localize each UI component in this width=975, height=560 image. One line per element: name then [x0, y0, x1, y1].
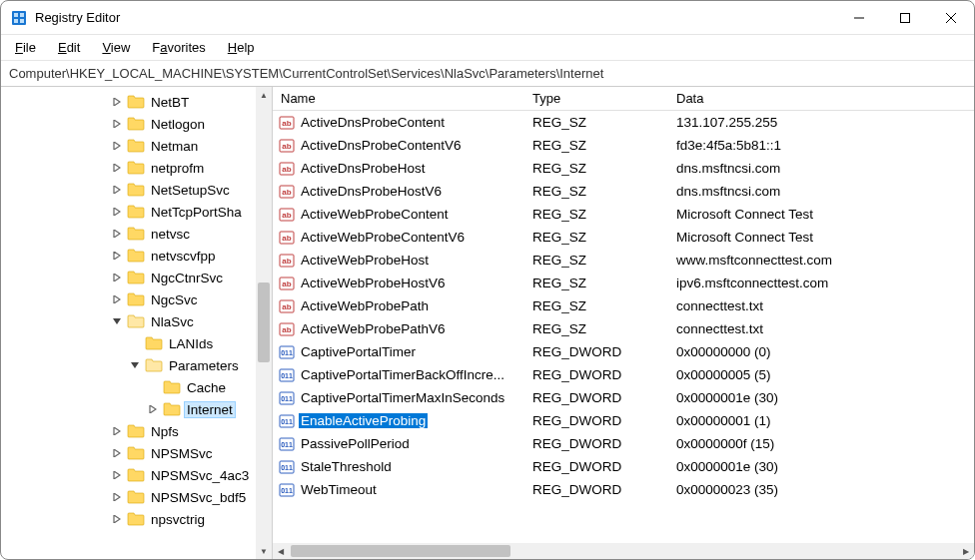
horizontal-scrollbar[interactable]: ◀ ▶	[273, 543, 974, 559]
value-row[interactable]: abActiveWebProbeContentV6REG_SZMicrosoft…	[273, 226, 974, 249]
expander-icon[interactable]	[113, 252, 127, 260]
expander-icon[interactable]	[113, 295, 127, 303]
menu-help[interactable]: Help	[218, 36, 265, 59]
expander-icon[interactable]	[113, 515, 127, 523]
col-header-data[interactable]: Data	[668, 91, 974, 106]
tree-item[interactable]: NgcCtnrSvc	[1, 267, 272, 288]
folder-icon	[145, 336, 163, 350]
expander-icon[interactable]	[131, 361, 145, 369]
value-row[interactable]: 011CaptivePortalTimerREG_DWORD0x00000000…	[273, 340, 974, 363]
menu-favorites[interactable]: Favorites	[142, 36, 215, 59]
tree-item[interactable]: Netlogon	[1, 113, 272, 135]
folder-icon	[127, 227, 145, 241]
tree-item[interactable]: NetSetupSvc	[1, 179, 272, 201]
tree-item[interactable]: Npfs	[1, 420, 272, 442]
value-row[interactable]: abActiveDnsProbeContentREG_SZ131.107.255…	[273, 111, 974, 134]
scroll-down-icon[interactable]: ▼	[256, 543, 272, 559]
value-name: ActiveDnsProbeContentV6	[299, 138, 464, 153]
expander-icon[interactable]	[113, 142, 127, 150]
value-row[interactable]: 011EnableActiveProbingREG_DWORD0x0000000…	[273, 409, 974, 432]
scroll-left-icon[interactable]: ◀	[273, 547, 289, 556]
col-header-type[interactable]: Type	[524, 91, 668, 106]
tree-item[interactable]: Netman	[1, 135, 272, 157]
folder-icon	[127, 271, 145, 284]
scroll-up-icon[interactable]: ▲	[256, 87, 272, 103]
tree-item[interactable]: netprofm	[1, 157, 272, 179]
tree-item[interactable]: NPSMSvc	[1, 442, 272, 464]
menu-edit[interactable]: Edit	[48, 36, 90, 59]
tree-item[interactable]: NPSMSvc_4ac3	[1, 464, 272, 486]
value-type: REG_SZ	[524, 253, 668, 268]
vertical-scrollbar[interactable]: ▲▼	[256, 87, 272, 559]
tree-item-label: Netlogon	[149, 117, 207, 132]
menu-view[interactable]: View	[92, 36, 140, 59]
scroll-right-icon[interactable]: ▶	[958, 547, 974, 556]
tree-item[interactable]: Cache	[1, 376, 272, 398]
minimize-button[interactable]	[836, 1, 882, 34]
value-row[interactable]: abActiveWebProbePathREG_SZconnecttest.tx…	[273, 294, 974, 317]
tree-item[interactable]: NgcSvc	[1, 288, 272, 310]
string-value-icon: ab	[279, 276, 295, 291]
tree-item[interactable]: netvscvfpp	[1, 245, 272, 267]
address-bar[interactable]: Computer\HKEY_LOCAL_MACHINE\SYSTEM\Curre…	[1, 61, 974, 87]
expander-icon[interactable]	[113, 98, 127, 106]
value-type: REG_DWORD	[524, 459, 668, 474]
value-row[interactable]: abActiveWebProbePathV6REG_SZconnecttest.…	[273, 317, 974, 340]
expander-icon[interactable]	[113, 317, 127, 325]
tree-panel[interactable]: NetBTNetlogonNetmannetprofmNetSetupSvcNe…	[1, 87, 273, 559]
tree-item[interactable]: LANIds	[1, 332, 272, 354]
expander-icon[interactable]	[113, 493, 127, 501]
tree-item-label: npsvctrig	[149, 512, 207, 527]
menu-file[interactable]: File	[5, 36, 46, 59]
string-value-icon: ab	[279, 253, 295, 269]
expander-icon[interactable]	[113, 186, 127, 194]
expander-icon[interactable]	[113, 230, 127, 238]
col-header-name[interactable]: Name	[273, 91, 524, 106]
expander-icon[interactable]	[113, 208, 127, 216]
expander-icon[interactable]	[113, 427, 127, 435]
tree-item[interactable]: NlaSvc	[1, 310, 272, 332]
value-type: REG_SZ	[524, 115, 668, 130]
value-row[interactable]: 011StaleThresholdREG_DWORD0x0000001e (30…	[273, 455, 974, 478]
tree-item-label: Internet	[185, 402, 235, 417]
value-data: 0x00000001 (1)	[668, 413, 974, 428]
value-row[interactable]: abActiveWebProbeContentREG_SZMicrosoft C…	[273, 203, 974, 226]
expander-icon[interactable]	[113, 274, 127, 281]
value-type: REG_SZ	[524, 138, 668, 153]
scroll-thumb[interactable]	[258, 282, 270, 362]
tree-item[interactable]: NetBT	[1, 91, 272, 113]
value-row[interactable]: 011WebTimeoutREG_DWORD0x00000023 (35)	[273, 478, 974, 501]
tree-item-label: NPSMSvc_bdf5	[149, 490, 248, 505]
tree-item[interactable]: netvsc	[1, 223, 272, 245]
value-data: dns.msftncsi.com	[668, 161, 974, 176]
tree-item[interactable]: NPSMSvc_bdf5	[1, 486, 272, 508]
close-button[interactable]	[928, 1, 974, 34]
string-value-icon: ab	[279, 298, 295, 314]
value-row[interactable]: abActiveWebProbeHostV6REG_SZipv6.msftcon…	[273, 272, 974, 294]
tree-item-label: Netman	[149, 139, 200, 154]
maximize-button[interactable]	[882, 1, 928, 34]
expander-icon[interactable]	[113, 164, 127, 172]
tree-item-label: NgcCtnrSvc	[149, 271, 225, 285]
svg-text:ab: ab	[282, 257, 291, 266]
expander-icon[interactable]	[113, 449, 127, 457]
value-row[interactable]: 011CaptivePortalTimerMaxInSecondsREG_DWO…	[273, 386, 974, 409]
value-row[interactable]: abActiveWebProbeHostREG_SZwww.msftconnec…	[273, 249, 974, 272]
expander-icon[interactable]	[113, 471, 127, 479]
value-name: ActiveWebProbeContentV6	[299, 230, 467, 245]
value-name: CaptivePortalTimerBackOffIncre...	[299, 367, 506, 382]
expander-icon[interactable]	[149, 405, 163, 413]
value-row[interactable]: abActiveDnsProbeContentV6REG_SZfd3e:4f5a…	[273, 134, 974, 157]
value-row[interactable]: abActiveDnsProbeHostREG_SZdns.msftncsi.c…	[273, 157, 974, 180]
value-row[interactable]: 011PassivePollPeriodREG_DWORD0x0000000f …	[273, 432, 974, 455]
tree-item[interactable]: Internet	[1, 398, 272, 420]
svg-text:011: 011	[281, 395, 293, 402]
tree-item[interactable]: Parameters	[1, 354, 272, 376]
scroll-thumb[interactable]	[291, 545, 510, 557]
tree-item[interactable]: NetTcpPortSha	[1, 201, 272, 223]
value-row[interactable]: abActiveDnsProbeHostV6REG_SZdns.msftncsi…	[273, 180, 974, 203]
folder-icon	[127, 249, 145, 263]
value-row[interactable]: 011CaptivePortalTimerBackOffIncre...REG_…	[273, 363, 974, 386]
tree-item[interactable]: npsvctrig	[1, 508, 272, 530]
expander-icon[interactable]	[113, 120, 127, 128]
